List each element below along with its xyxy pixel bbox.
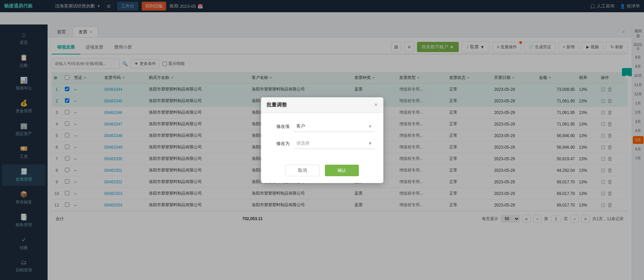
dialog-cancel-button[interactable]: 取消: [285, 165, 319, 176]
dialog-title: 批量调整: [266, 102, 287, 108]
dialog-field-select[interactable]: 客户 ▼: [294, 121, 375, 132]
dialog-field-arrow: ▼: [368, 124, 372, 129]
dialog-value-arrow: ▼: [368, 141, 372, 146]
dialog-body: 修改项 客户 ▼ 修改为 请选择 ▼: [261, 113, 383, 161]
dialog-footer: 取消 确认: [261, 161, 383, 183]
dialog-confirm-button[interactable]: 确认: [325, 165, 359, 176]
dialog-value-select[interactable]: 请选择 ▼: [294, 138, 375, 149]
dialog-value-label: 修改为: [269, 141, 290, 147]
dialog-header: 批量调整 ×: [261, 97, 383, 113]
dialog-value-row: 修改为 请选择 ▼: [269, 138, 375, 149]
dialog-field-row: 修改项 客户 ▼: [269, 121, 375, 132]
dialog-field-label: 修改项: [269, 123, 290, 130]
batch-adjust-dialog: 批量调整 × 修改项 客户 ▼ 修改为 请选择 ▼ 取消 确认: [261, 97, 383, 183]
dialog-close-button[interactable]: ×: [374, 101, 378, 109]
dialog-value-placeholder: 请选择: [296, 140, 310, 146]
dialog-field-value: 客户: [296, 123, 305, 129]
dialog-overlay: 批量调整 × 修改项 客户 ▼ 修改为 请选择 ▼ 取消 确认: [0, 0, 644, 280]
